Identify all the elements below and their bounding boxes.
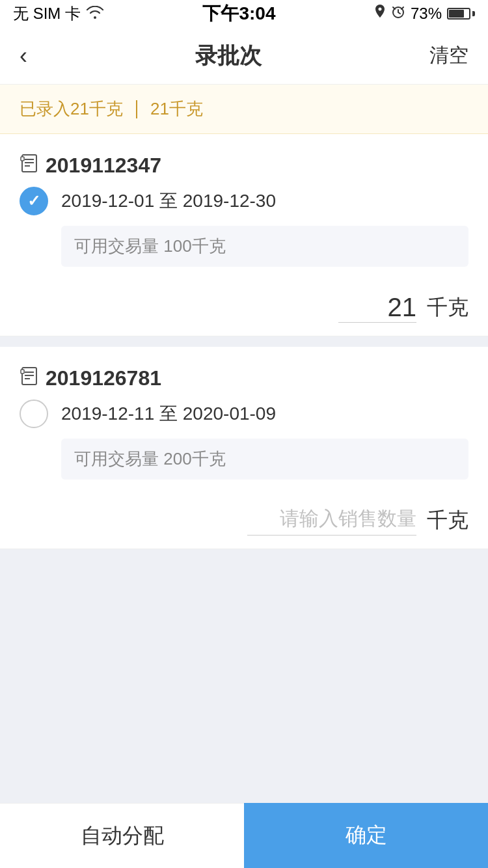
item1-amount-row: 21 千克	[0, 280, 488, 336]
battery-percent: 73%	[411, 5, 442, 23]
item2-radio[interactable]	[20, 400, 48, 428]
alarm-icon	[391, 5, 405, 23]
summary-divider	[136, 100, 137, 118]
section-divider	[0, 336, 488, 347]
item2-date: 2019-12-11 至 2020-01-09	[61, 401, 276, 426]
auto-distribute-button[interactable]: 自动分配	[0, 803, 244, 868]
battery-icon	[447, 8, 475, 20]
empty-area	[0, 549, 488, 809]
summary-label: 已录入21千克	[20, 98, 123, 120]
bottom-bar: 自动分配 确定	[0, 803, 488, 868]
item2-id: 2019126781	[46, 366, 161, 390]
item2-header: 2019126781	[20, 366, 468, 390]
confirm-button[interactable]: 确定	[244, 803, 488, 868]
item1-header: 2019112347	[20, 154, 468, 178]
item2-available: 可用交易量 200千克	[61, 439, 468, 480]
batch-item-2: 2019126781 2019-12-11 至 2020-01-09 可用交易量…	[0, 347, 488, 493]
wifi-icon	[86, 5, 104, 23]
status-bar: 无 SIM 卡 下午3:04 73%	[0, 0, 488, 27]
summary-value: 21千克	[150, 98, 203, 120]
svg-rect-5	[21, 157, 24, 161]
item1-unit: 千克	[427, 293, 468, 322]
item1-available: 可用交易量 100千克	[61, 226, 468, 267]
back-button[interactable]: ‹	[20, 42, 27, 70]
status-left: 无 SIM 卡	[13, 3, 104, 24]
item1-icon	[20, 154, 39, 178]
no-sim-text: 无 SIM 卡	[13, 3, 81, 24]
batch-item-1: 2019112347 2019-12-01 至 2019-12-30 可用交易量…	[0, 134, 488, 280]
item1-row[interactable]: 2019-12-01 至 2019-12-30	[20, 187, 468, 215]
item2-quantity-input[interactable]: 请输入销售数量	[247, 506, 416, 536]
item2-unit: 千克	[427, 506, 468, 535]
item1-amount-value[interactable]: 21	[388, 293, 417, 321]
item2-input-row: 请输入销售数量 千克	[0, 493, 488, 549]
item2-row[interactable]: 2019-12-11 至 2020-01-09	[20, 400, 468, 428]
status-time: 下午3:04	[202, 1, 275, 26]
summary-bar: 已录入21千克 21千克	[0, 85, 488, 134]
page-title: 录批次	[195, 41, 262, 71]
clear-button[interactable]: 清空	[429, 42, 468, 69]
item1-date: 2019-12-01 至 2019-12-30	[61, 189, 276, 213]
status-right: 73%	[374, 5, 475, 23]
nav-bar: ‹ 录批次 清空	[0, 27, 488, 85]
location-icon	[374, 5, 386, 23]
item1-radio[interactable]	[20, 187, 48, 215]
item1-id: 2019112347	[46, 154, 161, 178]
svg-rect-10	[21, 370, 24, 373]
item1-amount-container[interactable]: 21	[338, 293, 416, 323]
item2-icon	[20, 366, 39, 390]
content-area: 2019112347 2019-12-01 至 2019-12-30 可用交易量…	[0, 134, 488, 809]
